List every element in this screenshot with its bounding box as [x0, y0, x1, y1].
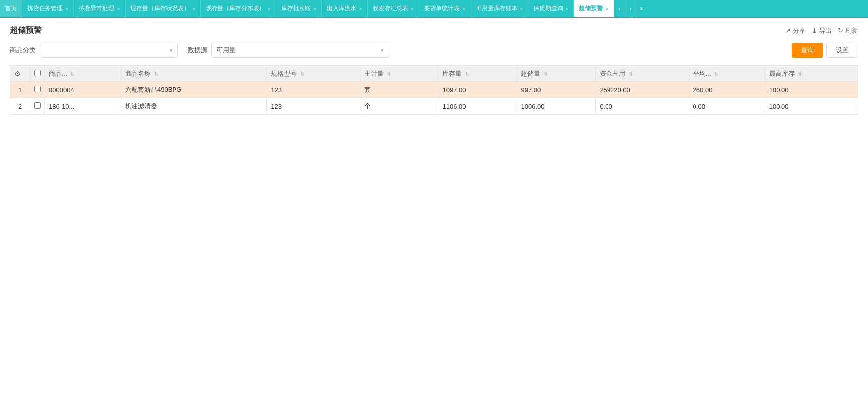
row-checkbox-cell[interactable] [30, 98, 45, 115]
category-select[interactable]: ▾ [40, 43, 178, 58]
datasource-filter: 数据源 可用量 ▾ [188, 43, 389, 58]
col-header-spec[interactable]: 规格型号 ⇅ [267, 66, 360, 82]
nav-tab-home[interactable]: 首页 [0, 0, 22, 18]
nav-tab-available[interactable]: 可用量库存账本 × [471, 0, 528, 18]
col-header-product-name[interactable]: 商品名称 ⇅ [121, 66, 267, 82]
page-title: 超储预警 [10, 25, 42, 36]
export-button[interactable]: ⤓ 导出 [812, 26, 832, 35]
close-tab-expiry[interactable]: × [565, 6, 568, 12]
chevron-down-icon: ▾ [170, 47, 173, 54]
nav-arrow-right[interactable]: › [625, 0, 636, 18]
close-tab-inventory-status[interactable]: × [192, 6, 195, 12]
cell-overflow: 997.00 [517, 82, 596, 98]
refresh-icon: ↻ [838, 27, 843, 34]
gear-icon[interactable]: ⚙ [14, 70, 21, 78]
table-row: 1 0000004 六配套新昌490BPG 123 套 1097.00 997.… [10, 82, 858, 98]
sort-icon-stock: ⇅ [465, 71, 469, 77]
nav-tab-inout[interactable]: 出入库流水 × [322, 0, 367, 18]
sort-icon-product-name: ⇅ [154, 71, 158, 77]
col-header-product-code[interactable]: 商品... ⇅ [45, 66, 121, 82]
sort-icon-spec: ⇅ [300, 71, 304, 77]
nav-arrow-close-all[interactable]: × [636, 0, 647, 18]
page-header: 超储预警 ↗ 分享 ⤓ 导出 ↻ 刷新 [10, 25, 858, 36]
cell-unit: 套 [360, 82, 438, 98]
col-header-unit[interactable]: 主计量 ⇅ [360, 66, 438, 82]
header-actions: ↗ 分享 ⤓ 导出 ↻ 刷新 [785, 26, 858, 35]
close-tab-summary[interactable]: × [411, 6, 414, 12]
filter-action-buttons: 查询 设置 [792, 43, 858, 58]
datasource-select[interactable]: 可用量 ▾ [211, 43, 389, 58]
nav-tab-overflow[interactable]: 超储预警 × [574, 0, 613, 18]
row-number: 2 [10, 98, 30, 115]
close-tab-batch[interactable]: × [313, 6, 316, 12]
close-tab-available[interactable]: × [520, 6, 523, 12]
nav-tab-summary[interactable]: 收发存汇总表 × [368, 0, 419, 18]
cell-spec: 123 [267, 82, 360, 98]
close-tab-order-stats[interactable]: × [462, 6, 465, 12]
cell-capital: 259220.00 [596, 82, 689, 98]
col-header-overflow[interactable]: 超储量 ⇅ [517, 66, 596, 82]
nav-tab-exception[interactable]: 拣货异常处理 × [74, 0, 125, 18]
category-filter: 商品分类 ▾ [10, 43, 178, 58]
nav-tab-order-stats[interactable]: 要货单统计表 × [419, 0, 471, 18]
datasource-label: 数据源 [188, 46, 207, 55]
sort-icon-unit: ⇅ [387, 71, 391, 77]
sort-icon-overflow: ⇅ [544, 71, 548, 77]
sort-icon-avg: ⇅ [714, 71, 718, 77]
close-tab-inventory-dist[interactable]: × [267, 6, 270, 12]
sort-icon-product-code: ⇅ [70, 71, 74, 77]
settings-button[interactable]: 设置 [826, 43, 858, 58]
cell-max-stock: 100.00 [765, 98, 858, 115]
cell-overflow: 1006.00 [517, 98, 596, 115]
share-icon: ↗ [785, 27, 791, 34]
nav-tab-inventory-status[interactable]: 现存量（库存状况表） × [126, 0, 201, 18]
cell-max-stock: 100.00 [765, 82, 858, 98]
sort-icon-capital: ⇅ [629, 71, 633, 77]
col-header-capital[interactable]: 资金占用 ⇅ [596, 66, 689, 82]
close-tab-task-mgmt[interactable]: × [65, 6, 68, 12]
row-checkbox-cell[interactable] [30, 82, 45, 98]
table-row: 2 186-10... 机油滤清器 123 个 1106.00 1006.00 … [10, 98, 858, 115]
category-label: 商品分类 [10, 46, 36, 55]
cell-stock: 1097.00 [438, 82, 517, 98]
col-header-max-stock[interactable]: 最高库存 ⇅ [765, 66, 858, 82]
row-number: 1 [10, 82, 30, 98]
chevron-down-icon-datasource: ▾ [381, 47, 384, 54]
data-table: ⚙ 商品... ⇅ 商品名称 ⇅ 规格型号 ⇅ 主计量 [10, 65, 858, 115]
cell-product-name: 机油滤清器 [121, 98, 267, 115]
table-header-row: ⚙ 商品... ⇅ 商品名称 ⇅ 规格型号 ⇅ 主计量 [10, 66, 858, 82]
cell-product-code: 186-10... [45, 98, 121, 115]
cell-avg: 260.00 [689, 82, 765, 98]
col-header-avg[interactable]: 平均... ⇅ [689, 66, 765, 82]
cell-capital: 0.00 [596, 98, 689, 115]
col-header-stock[interactable]: 库存量 ⇅ [438, 66, 517, 82]
nav-tab-batch[interactable]: 库存批次账 × [276, 0, 322, 18]
nav-tab-expiry[interactable]: 保质期查询 × [528, 0, 574, 18]
col-header-checkbox[interactable] [30, 66, 45, 82]
select-all-checkbox[interactable] [34, 70, 41, 76]
export-icon: ⤓ [812, 27, 817, 34]
sort-icon-max-stock: ⇅ [798, 71, 802, 77]
cell-stock: 1106.00 [438, 98, 517, 115]
nav-tab-task-mgmt[interactable]: 拣货任务管理 × [22, 0, 74, 18]
top-navigation: 首页 拣货任务管理 × 拣货异常处理 × 现存量（库存状况表） × 现存量（库存… [0, 0, 868, 18]
query-button[interactable]: 查询 [792, 43, 823, 58]
nav-arrow-left[interactable]: ‹ [614, 0, 625, 18]
nav-tab-inventory-dist[interactable]: 现存量（库存分布表） × [201, 0, 276, 18]
cell-unit: 个 [360, 98, 438, 115]
cell-spec: 123 [267, 98, 360, 115]
cell-product-name: 六配套新昌490BPG [121, 82, 267, 98]
close-tab-exception[interactable]: × [117, 6, 120, 12]
cell-avg: 0.00 [689, 98, 765, 115]
close-tab-inout[interactable]: × [359, 6, 362, 12]
refresh-button[interactable]: ↻ 刷新 [838, 26, 858, 35]
col-header-settings: ⚙ [10, 66, 30, 82]
share-button[interactable]: ↗ 分享 [785, 26, 806, 35]
close-tab-overflow[interactable]: × [605, 6, 608, 12]
datasource-value: 可用量 [217, 46, 236, 55]
cell-product-code: 0000004 [45, 82, 121, 98]
row-checkbox[interactable] [34, 86, 41, 92]
filter-row: 商品分类 ▾ 数据源 可用量 ▾ 查询 设置 [10, 43, 858, 58]
row-checkbox[interactable] [34, 102, 41, 109]
page-content: 超储预警 ↗ 分享 ⤓ 导出 ↻ 刷新 商品分类 ▾ 数据源 [0, 18, 868, 395]
